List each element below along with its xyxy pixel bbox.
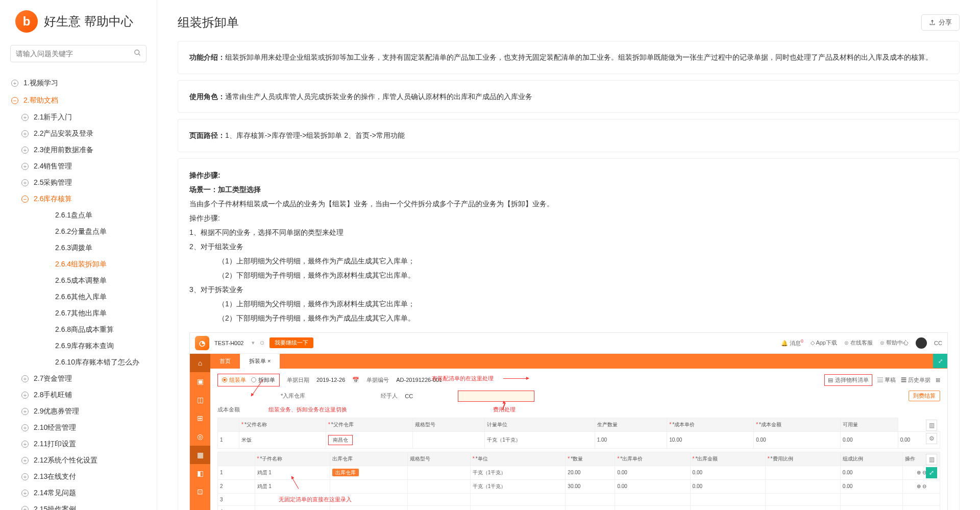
ss-rail: ⌂ ▣ ◫ ⊞ ◎ ▦ ◧ ⊡ (190, 354, 210, 510)
nav-sub: +2.1新手入门+2.2产品安装及登录+2.3使用前数据准备+2.4销售管理+2… (10, 109, 157, 510)
nav-leaf[interactable]: 2.6.8商品成本重算 (31, 322, 157, 338)
ss-code-label: 单据编号 (366, 376, 389, 384)
avatar-icon (916, 337, 927, 349)
ss-parent-table: *父件名称*父件仓库规格型号计量单位生产数量*成本单价*成本金额可用量1米饭南昌… (217, 418, 940, 449)
sidebar: b 好生意 帮助中心 +1.视频学习−2.帮助文档+2.1新手入门+2.2产品安… (0, 0, 157, 510)
plus-circle-icon: + (20, 472, 30, 481)
nav-item[interactable]: +2.14常见问题 (20, 485, 157, 501)
step-3-2: （2）下部明细为子件明细，最终作为产成品生成其它入库单。 (189, 311, 948, 325)
ss-radio-disassemble: 拆卸单 (251, 376, 275, 384)
nav-item[interactable]: +2.10经营管理 (20, 420, 157, 436)
path-box: 页面路径：1、库存核算->库存管理->组装拆卸单 2、首页->常用功能 (178, 119, 960, 152)
plus-circle-icon: + (20, 145, 30, 155)
embedded-screenshot: ◔ TEST-H002 ▾ ⊙ 我要继续一下 🔔 消息0 ◇ App下载 ⊙ 在… (189, 332, 948, 510)
annot-fee: 费用处理 (493, 406, 516, 414)
search-icon[interactable] (134, 49, 141, 58)
ss-history-link: ☰ 历史单据 (901, 376, 930, 384)
step-3: 3、对于拆装业务 (189, 282, 948, 297)
annot-radio: 组装业务、拆卸业务在这里切换 (268, 406, 347, 414)
nav-leaf[interactable]: 2.6.10库存账本错了怎么办 (31, 354, 157, 371)
nav-item[interactable]: −2.6库存核算 (20, 191, 157, 207)
ss-cost-label: 成本金额 (217, 406, 248, 414)
rail-item-icon: ◎ (190, 427, 210, 446)
plus-circle-icon: + (20, 129, 30, 138)
rail-item-icon: ▦ (190, 446, 210, 464)
nav-leaf[interactable]: 2.6.1盘点单 (31, 207, 157, 224)
app-link: ◇ App下载 (811, 339, 837, 347)
nav-label: 2.3使用前数据准备 (34, 145, 93, 155)
nav-item[interactable]: +1.视频学习 (10, 75, 157, 92)
path-label: 页面路径： (189, 131, 225, 139)
nav-leaf[interactable]: 2.6.2分量盘点单 (31, 224, 157, 240)
plus-circle-icon: + (20, 489, 30, 498)
annot-manual: 无固定清单的直接在这里录入 (279, 496, 352, 503)
ss-top-right: 🔔 消息0 ◇ App下载 ⊙ 在线客服 ⊙ 帮助中心 CC (781, 337, 942, 349)
logo: b 好生意 帮助中心 (10, 10, 157, 33)
cart-icon: 🔔 消息0 (781, 338, 803, 347)
nav-item[interactable]: +2.7资金管理 (20, 371, 157, 387)
nav-item[interactable]: +2.12系统个性化设置 (20, 452, 157, 469)
main-content: 组装拆卸单 分享 功能介绍：组装拆卸单用来处理企业组装或拆卸等加工业务，支持有固… (157, 0, 980, 510)
svg-point-0 (135, 50, 139, 55)
step-2-2: （2）下部明细为子件明细，最终作为原材料生成其它出库单。 (189, 268, 948, 282)
nav-label: 2.帮助文档 (23, 96, 58, 105)
plus-circle-icon: + (20, 407, 30, 416)
rail-item-icon: ◫ (190, 391, 210, 409)
ss-tabs: 首页 拆装单 × ⤢ (210, 354, 947, 369)
nav-item[interactable]: +2.11打印设置 (20, 436, 157, 452)
share-label: 分享 (939, 18, 952, 27)
steps-label: 操作步骤: (189, 211, 948, 225)
ss-radio-group: 组装单 拆卸单 (217, 374, 280, 386)
nav-label: 2.5采购管理 (34, 178, 72, 187)
step-3-1: （1）上部明细为父件明细，最终作为原材料生成其它出库单； (189, 297, 948, 311)
ss-more-icon: ⊞ (936, 377, 940, 383)
nav-item[interactable]: +2.3使用前数据准备 (20, 142, 157, 158)
nav-label: 2.2产品安装及登录 (34, 129, 93, 138)
nav-item[interactable]: +2.15操作案例 (20, 501, 157, 510)
nav-label: 2.15操作案例 (34, 505, 76, 510)
calendar-icon: 📅 (352, 377, 359, 383)
page-title: 组装拆卸单 (178, 14, 239, 31)
nav-item[interactable]: +2.8手机旺铺 (20, 387, 157, 403)
logo-icon: b (15, 10, 38, 33)
minus-circle-icon: − (10, 96, 19, 105)
ss-logo-icon: ◔ (195, 336, 209, 350)
plus-circle-icon: + (20, 178, 30, 187)
nav-leaf[interactable]: 2.6.3调拨单 (31, 240, 157, 256)
share-button[interactable]: 分享 (921, 14, 960, 31)
ss-handler-val: CC (405, 393, 413, 399)
nav-leaf[interactable]: 2.6.6其他入库单 (31, 289, 157, 305)
nav-item[interactable]: −2.帮助文档 (10, 92, 157, 109)
nav-item[interactable]: +2.9优惠券管理 (20, 403, 157, 420)
ss-tab-home: 首页 (210, 354, 240, 369)
nav-label: 2.11打印设置 (34, 440, 76, 449)
nav-item[interactable]: +2.4销售管理 (20, 158, 157, 175)
nav-leaf[interactable]: 2.6.5成本调整单 (31, 273, 157, 289)
nav-item[interactable]: +2.1新手入门 (20, 109, 157, 126)
nav-item[interactable]: +2.5采购管理 (20, 175, 157, 191)
nav-sub: 2.6.1盘点单2.6.2分量盘点单2.6.3调拨单2.6.4组装拆卸单2.6.… (20, 207, 157, 371)
rail-item-icon: ⊡ (190, 482, 210, 501)
ss-date-label: 单据日期 (287, 376, 309, 384)
chevron-down-icon: ▾ (252, 339, 255, 346)
ss-promo-button: 我要继续一下 (270, 337, 313, 348)
plus-circle-icon: + (20, 374, 30, 383)
role-box: 使用角色：通常由生产人员或库管人员完成拆装业务的操作，库管人员确认原材料的出库和… (178, 80, 960, 113)
plus-circle-icon: + (20, 162, 30, 171)
search-box (10, 45, 146, 62)
path-text: 1、库存核算->库存管理->组装拆卸单 2、首页->常用功能 (225, 131, 405, 139)
nav-leaf[interactable]: 2.6.9库存账本查询 (31, 338, 157, 354)
nav-label: 2.12系统个性化设置 (34, 456, 97, 465)
scene-title: 场景一：加工类型选择 (189, 182, 948, 197)
step-1: 1、根据不同的业务，选择不同单据的类型来处理 (189, 225, 948, 239)
intro-box: 功能介绍：组装拆卸单用来处理企业组装或拆卸等加工业务，支持有固定装配清单的产品加… (178, 41, 960, 74)
nav-item[interactable]: +2.2产品安装及登录 (20, 126, 157, 142)
nav-label: 2.13在线支付 (34, 472, 76, 481)
nav-item[interactable]: +2.13在线支付 (20, 469, 157, 485)
nav-leaf[interactable]: 2.6.4组装拆卸单 (31, 256, 157, 273)
nav-leaf[interactable]: 2.6.7其他出库单 (31, 305, 157, 322)
share-icon (929, 19, 936, 26)
plus-circle-icon: + (20, 505, 30, 510)
search-input[interactable] (10, 45, 146, 62)
ss-inbound-label: *入库仓库 (281, 392, 305, 400)
